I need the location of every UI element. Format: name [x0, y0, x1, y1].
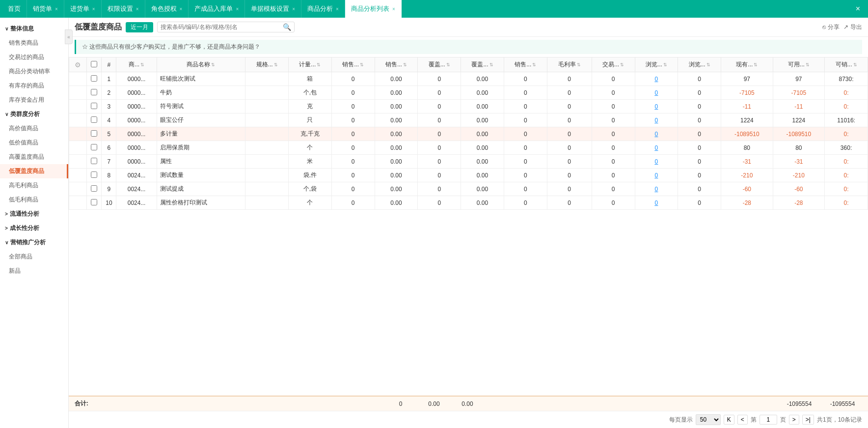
prev-page-button[interactable]: <	[737, 415, 748, 425]
close-icon[interactable]: ×	[92, 6, 95, 12]
nav-product-analysis-list[interactable]: 商品分析列表 ×	[345, 0, 402, 18]
sidebar-section-flow-analysis[interactable]: > 流通性分析	[0, 207, 68, 221]
close-icon[interactable]: ×	[392, 6, 395, 12]
close-icon[interactable]: ×	[336, 6, 339, 12]
column-settings[interactable]: ⚙	[69, 57, 87, 72]
row-checkbox-cell[interactable]	[87, 196, 102, 210]
column-sellable[interactable]: 可销...⇅	[825, 57, 868, 72]
sidebar-item-low-value[interactable]: 低价值商品	[0, 136, 68, 150]
row-checkbox-cell[interactable]	[87, 182, 102, 196]
row-name: 符号测试	[157, 100, 245, 114]
column-sales-amt[interactable]: 销售...⇅	[375, 57, 418, 72]
row-checkbox[interactable]	[91, 158, 97, 164]
row-checkbox-cell[interactable]	[87, 141, 102, 155]
row-checkbox-cell[interactable]	[87, 114, 102, 127]
sidebar-item-high-value[interactable]: 高价值商品	[0, 121, 68, 136]
row-checkbox-cell[interactable]	[87, 72, 102, 86]
sidebar-item-category-movement[interactable]: 商品分类动销率	[0, 64, 68, 79]
row-checkbox-cell[interactable]	[87, 100, 102, 114]
column-sales2[interactable]: 销售...⇅	[504, 57, 547, 72]
close-icon[interactable]: ×	[136, 6, 139, 12]
close-icon[interactable]: ×	[55, 6, 58, 12]
row-browse1[interactable]: 0	[635, 155, 678, 169]
first-page-button[interactable]: K	[724, 415, 734, 425]
sidebar-item-high-margin[interactable]: 高毛利商品	[0, 178, 68, 193]
sidebar-item-sales-products[interactable]: 销售类商品	[0, 36, 68, 50]
sidebar-section-growth-analysis[interactable]: > 成长性分析	[0, 221, 68, 235]
sidebar-item-in-stock[interactable]: 有库存的商品	[0, 79, 68, 93]
sidebar-item-traded-products[interactable]: 交易过的商品	[0, 50, 68, 64]
row-browse1[interactable]: 0	[635, 72, 678, 86]
row-checkbox[interactable]	[91, 199, 97, 205]
row-browse1[interactable]: 0	[635, 141, 678, 155]
sidebar-item-stock-capital[interactable]: 库存资金占用	[0, 93, 68, 107]
column-code[interactable]: 商...⇅	[116, 57, 157, 72]
column-available[interactable]: 可用...⇅	[773, 57, 825, 72]
row-checkbox[interactable]	[91, 75, 97, 82]
row-checkbox[interactable]	[91, 130, 97, 137]
row-browse1[interactable]: 0	[635, 169, 678, 182]
column-name[interactable]: 商品名称⇅	[157, 57, 245, 72]
sidebar-collapse-button[interactable]: «	[65, 29, 73, 44]
next-page-button[interactable]: >	[789, 415, 799, 425]
sidebar-item-all-products[interactable]: 全部商品	[0, 250, 68, 264]
sidebar-item-high-coverage[interactable]: 高覆盖度商品	[0, 150, 68, 164]
row-checkbox[interactable]	[91, 89, 97, 95]
close-icon[interactable]: ×	[236, 6, 239, 12]
column-gross-rate[interactable]: 毛利率⇅	[547, 57, 592, 72]
row-browse1[interactable]: 0	[635, 100, 678, 114]
sidebar-section-group-analysis[interactable]: ∨ 类群度分析	[0, 107, 68, 121]
sidebar-item-low-margin[interactable]: 低毛利商品	[0, 193, 68, 207]
nav-permissions[interactable]: 权限设置 ×	[102, 0, 145, 18]
nav-purchase-order[interactable]: 进货单 ×	[64, 0, 102, 18]
column-trade[interactable]: 交易...⇅	[592, 57, 635, 72]
nav-sales-order[interactable]: 销货单 ×	[27, 0, 64, 18]
column-browse1[interactable]: 浏览...⇅	[635, 57, 678, 72]
nav-role-auth[interactable]: 角色授权 ×	[145, 0, 189, 18]
column-current[interactable]: 现有...⇅	[721, 57, 773, 72]
gear-icon[interactable]: ⚙	[75, 61, 81, 69]
window-close-button[interactable]: ×	[850, 4, 866, 13]
column-coverage2[interactable]: 覆盖...⇅	[461, 57, 504, 72]
row-browse1[interactable]: 0	[635, 86, 678, 100]
nav-template-settings[interactable]: 单据模板设置 ×	[245, 0, 301, 18]
row-browse1[interactable]: 0	[635, 127, 678, 141]
search-icon[interactable]: 🔍	[283, 23, 291, 31]
page-number-input[interactable]	[760, 415, 777, 425]
sidebar-section-marketing-analysis[interactable]: ∨ 营销推广分析	[0, 235, 68, 250]
row-browse1[interactable]: 0	[635, 114, 678, 127]
column-sales-qty[interactable]: 销售...⇅	[331, 57, 375, 72]
column-spec[interactable]: 规格...⇅	[245, 57, 289, 72]
close-icon[interactable]: ×	[180, 6, 183, 12]
per-page-select[interactable]: 50 20 100 200	[696, 414, 721, 425]
row-checkbox[interactable]	[91, 185, 97, 192]
sidebar-item-low-coverage[interactable]: 低覆盖度商品	[0, 164, 68, 178]
sort-icon: ⇅	[140, 62, 144, 67]
nav-product-warehouse[interactable]: 产成品入库单 ×	[189, 0, 245, 18]
row-checkbox-cell[interactable]	[87, 169, 102, 182]
nav-home[interactable]: 首页	[2, 0, 27, 18]
nav-product-analysis[interactable]: 商品分析 ×	[301, 0, 345, 18]
row-checkbox[interactable]	[91, 116, 97, 123]
column-select-all[interactable]	[87, 57, 102, 72]
row-checkbox[interactable]	[91, 144, 97, 150]
row-browse1[interactable]: 0	[635, 182, 678, 196]
sidebar-item-new-products[interactable]: 新品	[0, 264, 68, 278]
select-all-checkbox[interactable]	[91, 61, 97, 67]
column-unit[interactable]: 计量...⇅	[288, 57, 331, 72]
period-button[interactable]: 近一月	[126, 22, 153, 32]
row-checkbox-cell[interactable]	[87, 155, 102, 169]
share-button[interactable]: ⎋ 分享	[822, 23, 840, 31]
close-icon[interactable]: ×	[292, 6, 295, 12]
row-checkbox[interactable]	[91, 103, 97, 109]
column-browse2[interactable]: 浏览...⇅	[678, 57, 721, 72]
search-input[interactable]	[161, 24, 283, 30]
column-coverage1[interactable]: 覆盖...⇅	[418, 57, 461, 72]
row-checkbox[interactable]	[91, 171, 97, 178]
sidebar-section-overall[interactable]: ∨ 整体信息	[0, 22, 68, 36]
row-browse1[interactable]: 0	[635, 196, 678, 210]
row-checkbox-cell[interactable]	[87, 127, 102, 141]
last-page-button[interactable]: >|	[802, 415, 814, 425]
row-checkbox-cell[interactable]	[87, 86, 102, 100]
export-button[interactable]: ↗ 导出	[843, 23, 862, 31]
